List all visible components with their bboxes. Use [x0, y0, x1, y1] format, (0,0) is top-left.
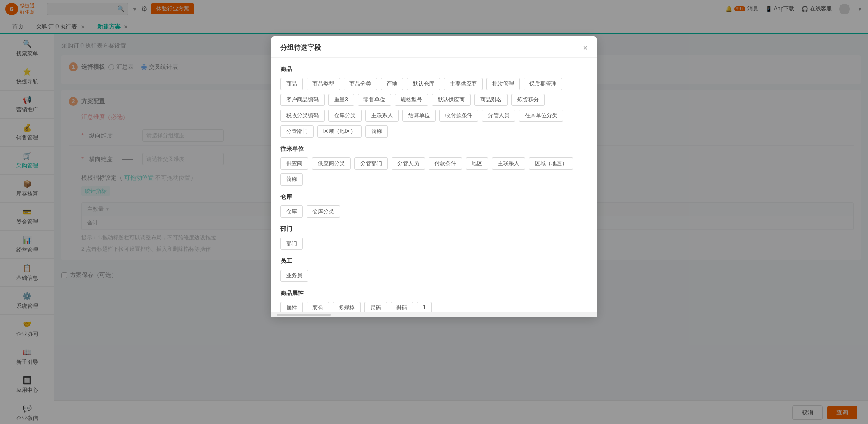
field-size[interactable]: 尺码 — [364, 302, 387, 312]
field-region-product[interactable]: 区域（地区） — [317, 125, 362, 138]
field-batch-mgmt[interactable]: 批次管理 — [486, 78, 520, 90]
field-attr[interactable]: 属性 — [280, 302, 303, 312]
field-points[interactable]: 炼货积分 — [511, 94, 545, 106]
modal-title: 分组待选字段 — [280, 43, 321, 52]
field-weight3[interactable]: 重量3 — [328, 94, 354, 106]
field-product-alias[interactable]: 商品别名 — [474, 94, 508, 106]
section-product-title: 商品 — [280, 65, 588, 73]
section-product-fields: 商品 商品类型 商品分类 产地 默认仓库 主要供应商 批次管理 保质期管理 客户… — [280, 78, 588, 138]
field-origin[interactable]: 产地 — [381, 78, 403, 90]
field-product-category[interactable]: 商品分类 — [344, 78, 377, 90]
field-customer-code[interactable]: 客户商品编码 — [280, 94, 325, 106]
field-multi-spec[interactable]: 多规格 — [333, 302, 361, 312]
field-product[interactable]: 商品 — [280, 78, 303, 90]
section-warehouse-fields: 仓库 仓库分类 — [280, 205, 588, 218]
modal-hscroll-thumb — [277, 314, 331, 316]
field-main-supplier[interactable]: 主要供应商 — [444, 78, 483, 90]
field-supervisor[interactable]: 分管人员 — [482, 110, 515, 122]
field-retail-unit[interactable]: 零售单位 — [358, 94, 391, 106]
modal-overlay: 分组待选字段 × 商品 商品 商品类型 商品分类 产地 默认仓库 主要供应商 批… — [0, 0, 868, 424]
field-partner-region[interactable]: 地区 — [466, 157, 488, 170]
field-supplier-category[interactable]: 供应商分类 — [312, 157, 351, 170]
section-partner-fields: 供应商 供应商分类 分管部门 分管人员 付款条件 地区 主联系人 区域（地区） … — [280, 157, 588, 186]
field-warehouse-cat[interactable]: 仓库分类 — [307, 205, 340, 218]
field-partner-category[interactable]: 往来单位分类 — [519, 110, 563, 122]
field-color[interactable]: 颜色 — [307, 302, 329, 312]
section-warehouse-title: 仓库 — [280, 193, 588, 201]
field-partner-contact[interactable]: 主联系人 — [492, 157, 525, 170]
field-attr-1[interactable]: 1 — [417, 302, 432, 312]
section-product-attr-fields: 属性 颜色 多规格 尺码 鞋码 1 — [280, 302, 588, 312]
field-partner-abbr[interactable]: 简称 — [280, 173, 303, 186]
modal-close-button[interactable]: × — [583, 44, 588, 52]
section-product-attr-title: 商品属性 — [280, 289, 588, 297]
modal-horizontal-scrollbar[interactable] — [271, 312, 597, 317]
section-partner-title: 往来单位 — [280, 145, 588, 153]
field-partner-dept[interactable]: 分管部门 — [354, 157, 388, 170]
section-dept-title: 部门 — [280, 225, 588, 233]
field-shoe-size[interactable]: 鞋码 — [391, 302, 413, 312]
field-shelf-life[interactable]: 保质期管理 — [524, 78, 562, 90]
section-employee-fields: 业务员 — [280, 270, 588, 282]
field-supplier[interactable]: 供应商 — [280, 157, 308, 170]
field-main-contact[interactable]: 主联系人 — [365, 110, 399, 122]
field-payment-terms[interactable]: 收付款条件 — [439, 110, 478, 122]
modal: 分组待选字段 × 商品 商品 商品类型 商品分类 产地 默认仓库 主要供应商 批… — [271, 36, 597, 317]
field-default-warehouse[interactable]: 默认仓库 — [407, 78, 440, 90]
field-settlement-unit[interactable]: 结算单位 — [402, 110, 436, 122]
field-warehouse[interactable]: 仓库 — [280, 205, 303, 218]
field-partner-payment[interactable]: 付款条件 — [429, 157, 462, 170]
field-dept[interactable]: 部门 — [280, 238, 303, 250]
field-default-supplier[interactable]: 默认供应商 — [432, 94, 471, 106]
modal-body[interactable]: 商品 商品 商品类型 商品分类 产地 默认仓库 主要供应商 批次管理 保质期管理… — [271, 58, 597, 312]
field-partner-area[interactable]: 区域（地区） — [529, 157, 573, 170]
section-dept-fields: 部门 — [280, 238, 588, 250]
section-employee-title: 员工 — [280, 257, 588, 265]
field-product-type[interactable]: 商品类型 — [307, 78, 340, 90]
modal-header: 分组待选字段 × — [271, 36, 597, 58]
field-spec-model[interactable]: 规格型号 — [395, 94, 428, 106]
field-tax-code[interactable]: 税收分类编码 — [280, 110, 325, 122]
field-abbr-product[interactable]: 简称 — [365, 125, 388, 138]
field-partner-supervisor[interactable]: 分管人员 — [392, 157, 425, 170]
field-warehouse-category[interactable]: 仓库分类 — [328, 110, 362, 122]
field-dept-mgr[interactable]: 分管部门 — [280, 125, 314, 138]
field-employee[interactable]: 业务员 — [280, 270, 308, 282]
